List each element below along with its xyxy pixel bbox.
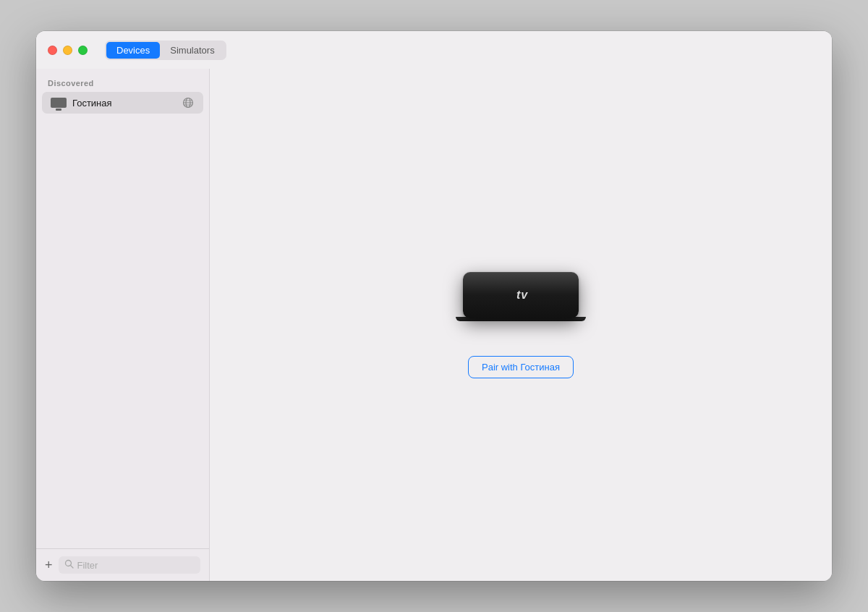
appletv-icon <box>51 98 67 108</box>
sidebar-item-gostinaya[interactable]: Гостиная <box>42 92 203 114</box>
tab-simulators[interactable]: Simulators <box>160 42 224 59</box>
globe-icon <box>182 96 195 109</box>
filter-placeholder: Filter <box>77 560 98 571</box>
minimize-button[interactable] <box>63 46 72 55</box>
close-button[interactable] <box>48 46 57 55</box>
content-pane: tv Pair with Гостиная <box>210 69 832 581</box>
filter-icon <box>64 559 74 571</box>
svg-line-6 <box>70 566 73 569</box>
appletv-device-image: tv <box>463 272 579 330</box>
sidebar-footer: + Filter <box>36 548 209 581</box>
maximize-button[interactable] <box>78 46 88 55</box>
titlebar: Devices Simulators <box>36 31 832 69</box>
tab-group: Devices Simulators <box>105 41 226 60</box>
traffic-lights <box>48 46 88 55</box>
appletv-body: tv <box>463 272 579 318</box>
add-device-button[interactable]: + <box>45 558 53 571</box>
tv-text: tv <box>516 289 528 302</box>
sidebar: Discovered Гостиная + <box>36 69 210 581</box>
tab-devices[interactable]: Devices <box>106 42 160 59</box>
sidebar-spacer <box>36 114 209 548</box>
sidebar-section-discovered: Discovered <box>36 69 209 92</box>
main-window: Devices Simulators Discovered Гостиная <box>36 31 832 581</box>
sidebar-item-label: Гостиная <box>72 98 176 109</box>
pair-button[interactable]: Pair with Гостиная <box>468 356 574 378</box>
appletv-logo: tv <box>514 289 528 302</box>
filter-input-wrapper[interactable]: Filter <box>59 556 200 574</box>
main-content: Discovered Гостиная + <box>36 69 832 581</box>
appletv-container: tv Pair with Гостиная <box>463 272 579 378</box>
